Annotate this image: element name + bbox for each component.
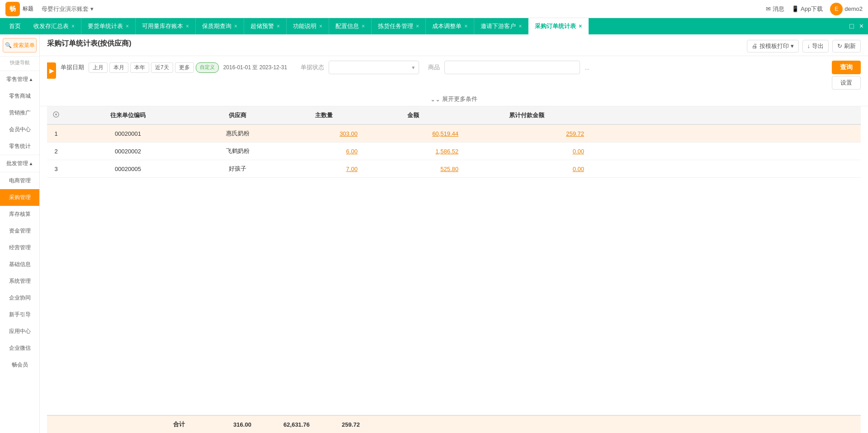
sidebar-item-member[interactable]: 会员中心	[0, 121, 39, 138]
date-btn-this-year[interactable]: 本年	[130, 62, 149, 73]
status-filter-label: 单据状态	[301, 63, 324, 71]
amount-link[interactable]: 1,586.52	[435, 148, 458, 155]
sidebar-item-basic[interactable]: 基础信息	[0, 256, 39, 273]
sidebar-item-purchase-label: 采购管理	[9, 194, 31, 201]
tab-chengben[interactable]: 成本调整单 ×	[426, 18, 474, 34]
tab-yaoqing-label: 邀请下游客户	[481, 22, 516, 30]
tab-kecun[interactable]: 可用量库存账本 ×	[136, 18, 196, 34]
tab-caigou[interactable]: 采购订单统计表 ×	[528, 18, 589, 34]
export-icon: ↓	[807, 43, 811, 49]
date-btn-7days[interactable]: 近7天	[151, 62, 173, 73]
cell-extra	[590, 124, 861, 143]
date-btn-last-month[interactable]: 上月	[89, 62, 108, 73]
sidebar-item-member2[interactable]: 畅会员	[0, 357, 39, 373]
tab-home[interactable]: 首页	[3, 22, 27, 30]
tab-pihuo-close[interactable]: ×	[416, 23, 419, 29]
tab-gongneng[interactable]: 功能说明 ×	[287, 18, 329, 34]
product-more-icon[interactable]: ...	[585, 64, 590, 71]
custom-date-tag[interactable]: 自定义	[196, 62, 219, 73]
sidebar-item-purchase[interactable]: 采购管理	[0, 189, 39, 206]
tab-chaochu-close[interactable]: ×	[277, 23, 280, 29]
tab-chaochu[interactable]: 超储预警 ×	[244, 18, 287, 34]
qty-link[interactable]: 6.00	[346, 148, 358, 155]
user-profile[interactable]: E demo2	[830, 3, 863, 15]
sidebar-item-zero-stats[interactable]: 零售统计	[0, 138, 39, 155]
sidebar-item-capital[interactable]: 资金管理	[0, 223, 39, 239]
amount-link[interactable]: 60,519.44	[432, 130, 458, 137]
query-button[interactable]: 查询	[832, 61, 861, 74]
tab-peizhi[interactable]: 配置信息 ×	[329, 18, 372, 34]
sidebar-item-enterprise-label: 企业协同	[9, 294, 31, 302]
tab-yaoqing[interactable]: 邀请下游客户 ×	[474, 18, 528, 34]
message-button[interactable]: ✉ 消息	[766, 5, 784, 13]
sidebar-item-operations[interactable]: 经营管理	[0, 239, 39, 256]
table-row[interactable]: 2 00020002 飞鹤奶粉 6.00 1,586.52 0.00	[47, 143, 861, 160]
tab-caigou-close[interactable]: ×	[579, 23, 582, 29]
sidebar-item-inventory[interactable]: 库存核算	[0, 206, 39, 223]
sidebar-item-new-guide[interactable]: 新手引导	[0, 306, 39, 323]
tab-yaohuo-label: 要货单统计表	[88, 22, 123, 30]
sidebar-item-zero-mall[interactable]: 零售商城	[0, 88, 39, 105]
sidebar-item-ecom[interactable]: 电商管理	[0, 172, 39, 189]
expand-down-icon: ⌄⌄	[430, 96, 440, 103]
product-input[interactable]	[444, 61, 580, 74]
tab-peizhi-close[interactable]: ×	[362, 23, 365, 29]
tab-baozhi[interactable]: 保质期查询 ×	[196, 18, 244, 34]
sidebar-item-app-center[interactable]: 应用中心	[0, 323, 39, 340]
amount-link[interactable]: 525.80	[440, 166, 458, 172]
qty-link[interactable]: 303.00	[340, 130, 358, 137]
tab-yaoqing-close[interactable]: ×	[519, 23, 522, 29]
tab-kecun-close[interactable]: ×	[186, 23, 189, 29]
sidebar-search-section: 🔍 搜索菜单	[0, 34, 39, 57]
paid-link[interactable]: 0.00	[573, 166, 584, 172]
sidebar-item-system[interactable]: 系统管理	[0, 273, 39, 290]
toggle-filter-button[interactable]: ▶	[47, 62, 56, 79]
tab-yaohuo[interactable]: 要货单统计表 ×	[81, 18, 136, 34]
message-icon: ✉	[766, 5, 771, 12]
sidebar-quick-nav: 快捷导航	[0, 57, 39, 71]
table-row[interactable]: 1 00020001 惠氏奶粉 303.00 60,519.44 259.72	[47, 124, 861, 143]
tab-baozhi-close[interactable]: ×	[234, 23, 237, 29]
print-button[interactable]: 🖨 按模板打印 ▾	[747, 40, 799, 52]
settings-button[interactable]: 设置	[832, 76, 861, 90]
sidebar-item-enterprise-wx[interactable]: 企业微信	[0, 340, 39, 357]
tab-chengben-close[interactable]: ×	[464, 23, 467, 29]
workspace-dropdown-icon: ▾	[90, 5, 94, 12]
status-select[interactable]	[329, 61, 419, 74]
qty-link[interactable]: 7.00	[346, 166, 358, 172]
app-download-button[interactable]: 📱 App下载	[792, 5, 823, 13]
tab-gongneng-label: 功能说明	[293, 22, 316, 30]
tab-gongneng-close[interactable]: ×	[319, 23, 322, 29]
cell-extra	[590, 143, 861, 160]
footer-label: 合计	[143, 420, 215, 428]
export-button[interactable]: ↓ 导出	[802, 40, 829, 52]
refresh-button[interactable]: ↻ 刷新	[832, 40, 861, 52]
sidebar-item-batch[interactable]: 批发管理 ▲	[0, 155, 39, 172]
tab-yaohuo-close[interactable]: ×	[126, 23, 129, 29]
nav-close-icon[interactable]: ×	[858, 20, 865, 32]
cell-qty: 303.00	[284, 124, 363, 143]
workspace-selector[interactable]: 母婴行业演示账套 ▾	[38, 3, 97, 15]
nav-restore-icon[interactable]: □	[848, 20, 856, 32]
cell-amount: 525.80	[363, 160, 464, 178]
sidebar-item-marketing[interactable]: 营销推广	[0, 105, 39, 121]
date-btn-more[interactable]: 更多	[175, 62, 194, 73]
paid-link[interactable]: 259.72	[566, 130, 584, 137]
tab-chengben-label: 成本调整单	[432, 22, 462, 30]
tab-shoufa[interactable]: 收发存汇总表 ×	[27, 18, 81, 34]
sidebar-section-zero: 零售管理 ▲ 零售商城 营销推广 会员中心 零售统计	[0, 71, 39, 155]
search-menu-button[interactable]: 🔍 搜索菜单	[3, 38, 37, 52]
tab-pihuo[interactable]: 拣货任务管理 ×	[372, 18, 426, 34]
sidebar-item-zero-mall-label: 零售商城	[9, 92, 31, 100]
tab-shoufa-close[interactable]: ×	[71, 23, 75, 29]
paid-link[interactable]: 0.00	[573, 148, 584, 155]
column-settings-icon[interactable]	[52, 111, 60, 118]
cell-code: 00020002	[65, 143, 191, 160]
avatar-initials: E	[835, 6, 838, 12]
sidebar-item-batch-label: 批发管理	[6, 160, 28, 167]
date-btn-this-month[interactable]: 本月	[109, 62, 128, 73]
sidebar-item-enterprise[interactable]: 企业协同	[0, 290, 39, 306]
table-row[interactable]: 3 00020005 好孩子 7.00 525.80 0.00	[47, 160, 861, 178]
expand-more-button[interactable]: ⌄⌄ 展开更多条件	[430, 95, 477, 103]
sidebar-item-zero-sales[interactable]: 零售管理 ▲	[0, 71, 39, 88]
